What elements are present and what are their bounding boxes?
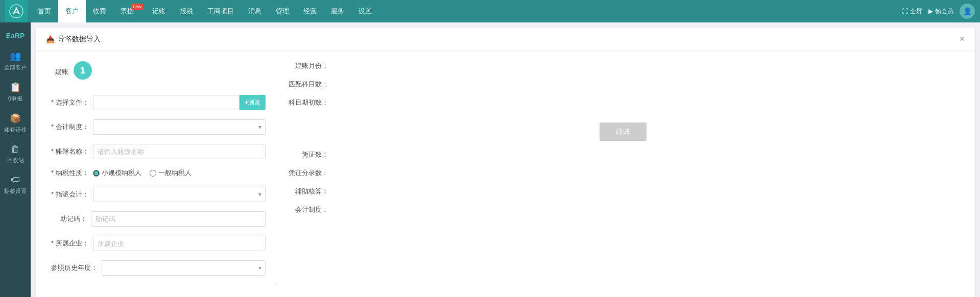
- tax-type-radio-group: 小规模纳税人 一般纳税人: [93, 168, 266, 178]
- form-left: 建账 1 * 选择文件： +浏览 * 会计制度：: [51, 61, 266, 285]
- nav-home[interactable]: 首页: [31, 0, 58, 22]
- build-month-row: 建账月份：: [286, 61, 960, 70]
- tags-icon: 🏷: [11, 175, 20, 185]
- match-subjects-label: 匹配科目数：: [286, 80, 332, 89]
- accounting-system-select-wrap: [93, 119, 266, 135]
- tax-type-label: * 纳税性质：: [51, 168, 89, 178]
- initial-balance-row: 科目期初数：: [286, 98, 960, 107]
- accountant-label: * 指派会计：: [51, 190, 89, 199]
- company-row: * 所属企业：: [51, 236, 266, 251]
- sidebar-item-declare[interactable]: 📋 0申报: [0, 78, 31, 107]
- dialog-body: 建账 1 * 选择文件： +浏览 * 会计制度：: [36, 51, 975, 295]
- nav-messages[interactable]: 消息: [241, 0, 269, 22]
- nav-tax[interactable]: 报税: [173, 0, 200, 22]
- voucher-entries-label: 凭证分录数：: [286, 168, 332, 178]
- build-button[interactable]: 建账: [600, 122, 647, 141]
- vouchers-label: 凭证数：: [286, 150, 332, 159]
- form-divider: [276, 61, 276, 285]
- sidebar-item-tags[interactable]: 🏷 标签设置: [0, 170, 31, 199]
- step-label: 建账: [55, 64, 68, 77]
- accounting-system-row: * 会计制度：: [51, 119, 266, 135]
- memo-input[interactable]: [91, 211, 266, 227]
- trash-icon: 🗑: [11, 144, 20, 155]
- history-year-select-wrap: [102, 260, 266, 276]
- top-nav: 首页 客户 收费 票据 new 记账 报税 工商项目 消息 管理 经营 服务 设…: [0, 0, 980, 22]
- tax-small-option[interactable]: 小规模纳税人: [93, 168, 141, 178]
- new-badge: new: [131, 4, 143, 10]
- user-avatar[interactable]: 👤: [960, 4, 975, 19]
- ledger-name-label: * 账簿名称：: [51, 147, 89, 156]
- nav-clients[interactable]: 客户: [58, 0, 86, 22]
- declare-icon: 📋: [10, 82, 21, 93]
- accountant-row: * 指派会计：: [51, 187, 266, 202]
- file-select-row: * 选择文件： +浏览: [51, 95, 266, 110]
- main-layout: EaRP 👥 全部客户 📋 0申报 📦 账套迁移 🗑 回收站 🏷 标签设置: [0, 22, 980, 297]
- nav-services[interactable]: 服务: [324, 0, 351, 22]
- company-input[interactable]: [93, 236, 266, 251]
- sidebar-item-all-clients[interactable]: 👥 全部客户: [0, 46, 31, 76]
- build-month-label: 建账月份：: [286, 61, 332, 70]
- history-year-select[interactable]: [102, 260, 266, 276]
- tax-small-radio[interactable]: [93, 170, 100, 177]
- user-icon: 👤: [963, 7, 972, 15]
- dialog-card: 📥 导爷数据导入 × 建账 1: [36, 28, 975, 297]
- aux-accounting-row: 辅助核算：: [286, 187, 960, 196]
- tax-type-row: * 纳税性质： 小规模纳税人 一般纳税人: [51, 168, 266, 178]
- tax-general-option[interactable]: 一般纳税人: [150, 168, 192, 178]
- accounting-system-select[interactable]: [93, 119, 266, 135]
- vouchers-row: 凭证数：: [286, 150, 960, 159]
- tax-general-radio[interactable]: [150, 170, 156, 177]
- browse-button[interactable]: +浏览: [240, 95, 266, 110]
- membership-btn[interactable]: ▶ 畅会员: [928, 7, 953, 16]
- info-accounting-system-label: 会计制度：: [286, 205, 332, 214]
- accountant-select[interactable]: [93, 187, 266, 202]
- nav-bookkeeping[interactable]: 记账: [145, 0, 173, 22]
- nav-fees[interactable]: 收费: [86, 0, 113, 22]
- nav-right: ⛶ 全屏 ▶ 畅会员 👤: [902, 4, 975, 19]
- fullscreen-icon: ⛶: [902, 8, 908, 15]
- dialog-title: 📥 导爷数据导入: [46, 35, 101, 44]
- fullscreen-btn[interactable]: ⛶ 全屏: [902, 7, 922, 16]
- build-btn-wrapper: 建账: [286, 117, 960, 141]
- nav-manage[interactable]: 管理: [269, 0, 296, 22]
- nav-settings[interactable]: 设置: [351, 0, 379, 22]
- nav-operations[interactable]: 经营: [296, 0, 324, 22]
- ledger-name-row: * 账簿名称：: [51, 144, 266, 159]
- nav-items: 首页 客户 收费 票据 new 记账 报税 工商项目 消息 管理 经营 服务 设…: [31, 0, 902, 22]
- accounting-system-label: * 会计制度：: [51, 122, 89, 132]
- migrate-icon: 📦: [10, 113, 21, 124]
- sidebar-logo: EaRP: [0, 28, 31, 44]
- file-row: +浏览: [93, 95, 266, 110]
- company-label: * 所属企业：: [51, 239, 89, 248]
- nav-business[interactable]: 工商项目: [200, 0, 241, 22]
- info-panel: 建账月份： 匹配科目数： 科目期初数： 建账: [286, 61, 960, 285]
- aux-accounting-label: 辅助核算：: [286, 187, 332, 196]
- info-accounting-system-row: 会计制度：: [286, 205, 960, 214]
- ledger-name-input[interactable]: [93, 144, 266, 159]
- membership-icon: ▶: [928, 8, 933, 15]
- dialog-header: 📥 导爷数据导入 ×: [36, 28, 975, 51]
- step-wrapper: 建账 1: [51, 61, 266, 80]
- all-clients-icon: 👥: [10, 51, 21, 62]
- dialog-close-button[interactable]: ×: [959, 34, 965, 44]
- content-area: 📥 导爷数据导入 × 建账 1: [31, 22, 980, 297]
- match-subjects-row: 匹配科目数：: [286, 80, 960, 89]
- voucher-entries-row: 凭证分录数：: [286, 168, 960, 178]
- step-circle: 1: [74, 61, 92, 80]
- history-year-label: 参照历史年度：: [51, 263, 98, 273]
- svg-point-0: [10, 5, 23, 18]
- file-label: * 选择文件：: [51, 98, 89, 107]
- sidebar-item-trash[interactable]: 🗑 回收站: [0, 140, 31, 168]
- memo-label: 助记码：: [51, 214, 87, 224]
- history-year-row: 参照历史年度：: [51, 260, 266, 276]
- nav-tickets[interactable]: 票据 new: [113, 0, 145, 22]
- sidebar-item-migrate[interactable]: 📦 账套迁移: [0, 109, 31, 138]
- dialog-title-icon: 📥: [46, 35, 55, 43]
- accountant-select-wrap: [93, 187, 266, 202]
- file-input[interactable]: [93, 95, 240, 110]
- memo-row: 助记码：: [51, 211, 266, 227]
- initial-balance-label: 科目期初数：: [286, 98, 332, 107]
- app-logo: [5, 0, 28, 22]
- sidebar: EaRP 👥 全部客户 📋 0申报 📦 账套迁移 🗑 回收站 🏷 标签设置: [0, 22, 31, 297]
